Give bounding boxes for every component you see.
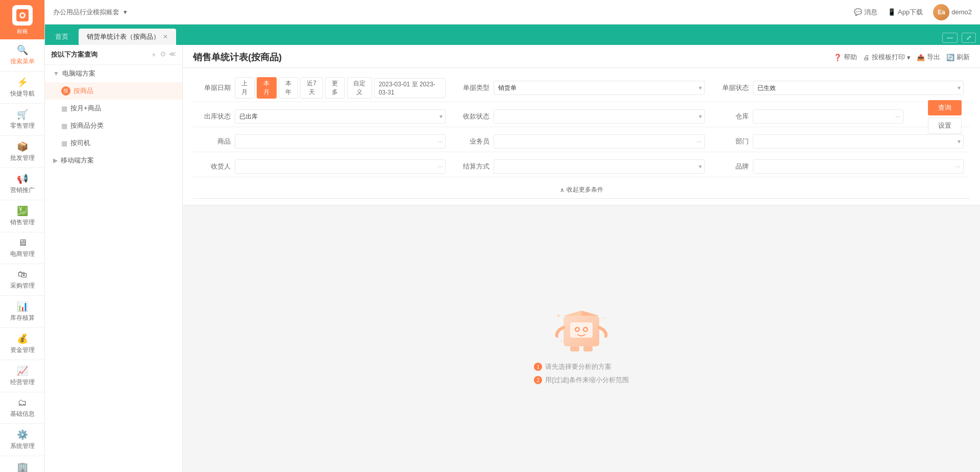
top-header: 办公用品行业模拟账套 ▾ 💬 消息 📱 App下载 Ea demo2: [45, 0, 980, 25]
sidebar-item-wholesale[interactable]: 📦 批发管理: [0, 136, 44, 168]
sidebar-item-inventory[interactable]: 📊 库存核算: [0, 296, 44, 328]
collapse-bar[interactable]: ∧ 收起更多条件: [193, 181, 970, 199]
tree-child-goods-category[interactable]: ▦ 按商品分类: [45, 117, 182, 134]
filter-cell-goods: 商品 ···: [193, 131, 452, 152]
svg-point-12: [603, 317, 605, 319]
app-download-button[interactable]: 📱 App下载: [888, 8, 923, 17]
warehouse-label: 仓库: [717, 112, 753, 121]
purchase-icon: 🛍: [18, 269, 27, 280]
out-status-input[interactable]: 已出库: [235, 109, 446, 124]
tab-close-icon[interactable]: ✕: [163, 33, 168, 40]
status-dropdown-icon[interactable]: ▾: [958, 84, 961, 91]
collapse-panel-icon[interactable]: ≪: [169, 50, 176, 59]
collapse-up-icon: ∧: [560, 186, 565, 194]
query-button[interactable]: 查询: [928, 100, 962, 115]
tab-maximize-button[interactable]: ⤢: [962, 33, 976, 43]
tree-desktop-label: 电脑端方案: [62, 69, 95, 78]
svg-point-7: [576, 328, 579, 331]
salesperson-more-icon[interactable]: ···: [697, 138, 702, 145]
collect-dropdown-icon[interactable]: ▾: [699, 113, 702, 120]
user-avatar-button[interactable]: Ea demo2: [933, 4, 972, 20]
date-range-display: 2023-03-01 至 2023-03-31: [374, 78, 446, 98]
sidebar-item-retail[interactable]: 🛒 零售管理: [0, 104, 44, 136]
filter-cell-dept: 部门 ▾: [711, 131, 970, 152]
date-btn-this-month[interactable]: 本月: [257, 77, 277, 99]
retail-icon: 🛒: [17, 109, 28, 120]
operations-icon: 📈: [17, 365, 28, 376]
brand-label: 品牌: [717, 162, 753, 171]
tree-child-driver-label: 按司机: [70, 138, 90, 148]
add-scheme-icon[interactable]: ＋: [151, 50, 157, 59]
out-status-value: 已出库 ▾: [235, 109, 446, 124]
date-btn-custom[interactable]: 自定义: [347, 77, 372, 99]
type-dropdown-icon[interactable]: ▾: [699, 84, 702, 91]
help-button[interactable]: ❓ 帮助: [834, 53, 857, 62]
page-title: 销售单统计表(按商品): [193, 51, 282, 63]
out-status-dropdown-icon[interactable]: ▾: [439, 113, 443, 120]
refresh-label: 刷新: [957, 53, 970, 62]
filter-cell-settlement: 结算方式 ▾: [452, 156, 710, 177]
left-panel-icons: ＋ ⊙ ≪: [151, 50, 176, 59]
message-button[interactable]: 💬 消息: [854, 8, 877, 17]
date-btn-this-year[interactable]: 本年: [279, 77, 299, 99]
receiver-label: 收货人: [199, 162, 235, 171]
dept-input[interactable]: [753, 134, 964, 149]
enterprise-icon: 🏢: [17, 461, 28, 472]
dept-dropdown-icon[interactable]: ▾: [958, 138, 961, 145]
tree-child-month-goods[interactable]: ▦ 按月+商品: [45, 100, 182, 117]
filter-cell-type: 单据类型 销货单 ▾: [452, 74, 710, 102]
date-btn-last-month[interactable]: 上月: [235, 77, 255, 99]
tree-child-goods[interactable]: 按 按商品: [45, 82, 182, 100]
export-button[interactable]: 📤 导出: [917, 53, 940, 62]
settlement-input[interactable]: [494, 159, 704, 174]
collect-status-input[interactable]: [494, 109, 704, 124]
dropdown-icon[interactable]: ▾: [124, 8, 127, 16]
sidebar-item-marketing[interactable]: 📢 营销推广: [0, 168, 44, 200]
sidebar-item-purchase[interactable]: 🛍 采购管理: [0, 264, 44, 296]
tab-sales-stats-label: 销货单统计表（按商品）: [87, 32, 160, 41]
sidebar-basic-label: 基础信息: [10, 410, 35, 418]
date-btn-more[interactable]: 更多: [325, 77, 345, 99]
warehouse-more-icon[interactable]: ···: [895, 113, 900, 120]
tab-sales-stats[interactable]: 销货单统计表（按商品） ✕: [79, 29, 176, 45]
tab-minimize-button[interactable]: —: [942, 33, 958, 43]
svg-point-13: [560, 340, 562, 342]
receiver-more-icon[interactable]: ···: [437, 163, 443, 170]
sidebar-item-basic[interactable]: 🗂 基础信息: [0, 392, 44, 424]
tree-mobile-item[interactable]: ▶ 移动端方案: [45, 152, 182, 169]
settings-scheme-icon[interactable]: ⊙: [160, 50, 166, 59]
help-label: 帮助: [844, 53, 857, 62]
brand-value: ···: [753, 159, 964, 174]
brand-more-icon[interactable]: ···: [955, 163, 961, 170]
tab-home[interactable]: 首页: [47, 29, 77, 45]
tree-desktop-item[interactable]: ▼ 电脑端方案: [45, 65, 182, 82]
print-dropdown-icon: ▾: [907, 54, 911, 61]
sidebar-item-sales[interactable]: 💹 销售管理: [0, 200, 44, 232]
sidebar-item-finance[interactable]: 💰 资金管理: [0, 328, 44, 360]
settings-button[interactable]: 设置: [928, 117, 962, 134]
goods-input[interactable]: [235, 134, 446, 149]
warehouse-input[interactable]: [753, 109, 903, 124]
sidebar-item-search[interactable]: 🔍 搜索菜单: [0, 39, 44, 72]
username-label: demo2: [951, 8, 972, 16]
sidebar-item-operations[interactable]: 📈 经营管理: [0, 360, 44, 392]
goods-more-icon[interactable]: ···: [437, 138, 443, 145]
sidebar-item-system[interactable]: ⚙️ 系统管理: [0, 424, 44, 456]
refresh-button[interactable]: 🔄 刷新: [946, 53, 970, 62]
collect-status-value: ▾: [494, 109, 704, 124]
filter-cell-collect: 收款状态 ▾: [452, 106, 710, 127]
tip-text-1: 请先选择要分析的方案: [545, 362, 611, 371]
salesperson-input[interactable]: [494, 134, 704, 149]
empty-tip-1: 1 请先选择要分析的方案: [534, 362, 628, 371]
sidebar-item-quicknav[interactable]: ⚡ 快捷导航: [0, 72, 44, 104]
sidebar-item-enterprise[interactable]: 🏢 企业协同: [0, 456, 44, 472]
sidebar-item-ecommerce[interactable]: 🖥 电商管理: [0, 232, 44, 264]
date-btn-7days[interactable]: 近7天: [300, 77, 323, 99]
brand-input[interactable]: [753, 159, 964, 174]
receiver-input[interactable]: [235, 159, 446, 174]
status-filter-input[interactable]: 已生效: [753, 81, 964, 95]
settlement-dropdown-icon[interactable]: ▾: [699, 163, 702, 170]
print-button[interactable]: 🖨 按模板打印 ▾: [863, 53, 911, 62]
type-filter-input[interactable]: 销货单: [494, 81, 704, 95]
tree-child-driver[interactable]: ▦ 按司机: [45, 134, 182, 152]
